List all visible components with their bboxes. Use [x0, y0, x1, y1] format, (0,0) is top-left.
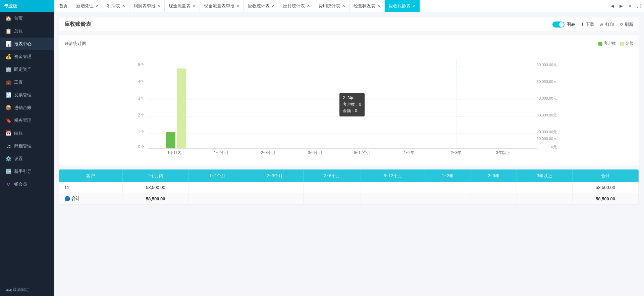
svg-text:40,000.00元: 40,000.00元 — [537, 96, 557, 100]
salary-icon: 💼 — [5, 79, 11, 85]
legend-customers: 客户数 — [598, 41, 616, 46]
tab-profit-close[interactable]: ✕ — [122, 4, 125, 8]
pin-icon: ◀◀ — [5, 288, 11, 292]
cell-m1: 58,500.00 — [122, 182, 189, 193]
tab-profit-quarterly-close[interactable]: ✕ — [157, 4, 160, 8]
sidebar-item-invoice[interactable]: 🧾 发票管理 — [0, 89, 54, 101]
sidebar-logo: 专业版 — [0, 0, 54, 12]
col-y12: 1~2年 — [425, 169, 471, 182]
sidebar-item-assets[interactable]: 🏢 固定资产 — [0, 63, 54, 76]
tab-operation[interactable]: 经营状况表 ✕ — [350, 0, 385, 12]
sidebar-item-settings[interactable]: ⚙️ 设置 — [0, 152, 54, 165]
tab-aging-close[interactable]: ✕ — [413, 4, 416, 8]
sidebar-item-archive[interactable]: 🗂 归档管理 — [0, 140, 54, 152]
col-m1: 1个月内 — [122, 169, 189, 182]
bar-m1-amount — [177, 68, 186, 148]
tab-maximize[interactable]: ⛶ — [635, 2, 643, 10]
chart-toggle-label: 图表 — [567, 21, 575, 28]
total-icon: 🔵 — [64, 196, 70, 201]
cell-total-label: 🔵 合计 — [59, 193, 122, 204]
close-accounts-icon: 📅 — [5, 130, 11, 136]
col-total: 合计 — [572, 169, 638, 182]
sidebar: 专业版 🏠 首页 📋 总账 📊 报表中心 💰 资金管理 🏢 固定资产 💼 工资 … — [0, 0, 54, 296]
chart-container: 账龄统计图 客户数 金额 5个 4个 3个 2个 1个 — [59, 35, 639, 165]
print-button[interactable]: 🖨 打印 — [600, 21, 614, 28]
chart-legend: 客户数 金额 — [598, 41, 633, 46]
tab-payable-stat-close[interactable]: ✕ — [307, 4, 310, 8]
sidebar-item-salary[interactable]: 💼 工资 — [0, 76, 54, 89]
tab-close-all[interactable]: ✕ — [626, 2, 634, 10]
tab-cashflow-quarterly[interactable]: 现金流量表季报 ✕ — [200, 0, 244, 12]
sidebar-item-vip[interactable]: V 畅会员 — [0, 178, 54, 191]
download-button[interactable]: ⬇ 下载 — [581, 21, 594, 28]
header-actions: 图表 ⬇ 下载 🖨 打印 ↺ 刷新 — [552, 21, 633, 28]
svg-text:0元: 0元 — [551, 145, 557, 149]
cell-y3plus — [517, 182, 572, 193]
cell-y12 — [425, 182, 471, 193]
tab-operation-close[interactable]: ✕ — [377, 4, 380, 8]
tab-aging[interactable]: 应收账龄表 ✕ — [385, 0, 420, 12]
total-y3plus — [517, 193, 572, 205]
cell-m12 — [189, 182, 246, 193]
cell-customer: 11 — [59, 182, 122, 193]
svg-text:6~12个月: 6~12个月 — [354, 150, 371, 155]
total-m1: 58,500.00 — [122, 193, 189, 205]
refresh-button[interactable]: ↺ 刷新 — [620, 21, 633, 28]
total-m23 — [246, 193, 304, 205]
tab-cashflow-quarterly-close[interactable]: ✕ — [236, 4, 239, 8]
tab-cashflow[interactable]: 现金流量表 ✕ — [165, 0, 200, 12]
tab-home[interactable]: 首页 — [55, 0, 72, 12]
tab-scroll-left[interactable]: ◀ — [608, 2, 616, 10]
tab-receivable-stat[interactable]: 应收统计表 ✕ — [244, 0, 279, 12]
col-customer: 客户 — [59, 169, 122, 182]
tab-expense-stat[interactable]: 费用统计表 ✕ — [314, 0, 350, 12]
sidebar-item-sales[interactable]: 📦 进销台账 — [0, 101, 54, 114]
main-content: 首页 新增凭证 ✕ 利润表 ✕ 利润表季报 ✕ 现金流量表 ✕ 现金流量表季报 … — [54, 0, 644, 296]
tab-cashflow-close[interactable]: ✕ — [193, 4, 196, 8]
content-area: 应收账龄表 图表 ⬇ 下载 🖨 打印 ↺ 刷新 — [54, 12, 644, 296]
tab-expense-stat-close[interactable]: ✕ — [342, 4, 345, 8]
sidebar-item-tax[interactable]: 🔖 税务管理 — [0, 114, 54, 127]
svg-text:1个: 1个 — [138, 130, 144, 134]
table-row: 11 58,500.00 58,500.00 — [59, 182, 639, 193]
total-y12 — [425, 193, 471, 205]
sales-icon: 📦 — [5, 105, 11, 111]
sidebar-item-funds[interactable]: 💰 资金管理 — [0, 50, 54, 63]
table-total-row: 🔵 合计 58,500.00 58,500.00 — [59, 193, 639, 205]
tab-scroll-right[interactable]: ▶ — [617, 2, 625, 10]
page-header: 应收账龄表 图表 ⬇ 下载 🖨 打印 ↺ 刷新 — [59, 17, 639, 31]
cell-y23 — [471, 182, 517, 193]
col-m36: 3~6个月 — [304, 169, 361, 182]
tab-profit-quarterly[interactable]: 利润表季报 ✕ — [129, 0, 165, 12]
sidebar-item-home[interactable]: 🏠 首页 — [0, 12, 54, 25]
tab-voucher[interactable]: 新增凭证 ✕ — [72, 0, 103, 12]
assets-icon: 🏢 — [5, 66, 11, 72]
legend-amount-dot — [620, 42, 624, 46]
ledger-icon: 📋 — [5, 28, 11, 34]
svg-text:2个: 2个 — [138, 113, 144, 117]
chart-svg-wrap: 5个 4个 3个 2个 1个 0个 60,000.00元 50,000.00元 … — [64, 49, 633, 160]
tab-voucher-close[interactable]: ✕ — [96, 4, 99, 8]
sidebar-item-guide[interactable]: 🆕 新手引导 — [0, 165, 54, 178]
tab-bar: 首页 新增凭证 ✕ 利润表 ✕ 利润表季报 ✕ 现金流量表 ✕ 现金流量表季报 … — [54, 0, 644, 12]
download-icon: ⬇ — [581, 22, 584, 27]
chart-title: 账龄统计图 — [64, 41, 633, 47]
sidebar-item-ledger[interactable]: 📋 总账 — [0, 25, 54, 38]
sidebar-pin-toggle[interactable]: ◀◀ 取消固定 — [0, 284, 54, 296]
total-m12 — [189, 193, 246, 205]
guide-icon: 🆕 — [5, 168, 11, 175]
tab-payable-stat[interactable]: 应付统计表 ✕ — [279, 0, 314, 12]
sidebar-item-reports[interactable]: 📊 报表中心 — [0, 38, 54, 50]
cell-m36 — [304, 182, 361, 193]
chart-toggle[interactable] — [552, 21, 565, 28]
tab-nav-buttons: ◀ ▶ ✕ ⛶ — [608, 2, 643, 10]
tab-receivable-stat-close[interactable]: ✕ — [272, 4, 275, 8]
col-m12: 1~2个月 — [189, 169, 246, 182]
svg-text:4个: 4个 — [138, 79, 144, 84]
total-y23 — [471, 193, 517, 205]
home-icon: 🏠 — [5, 15, 11, 21]
tab-profit[interactable]: 利润表 ✕ — [103, 0, 129, 12]
legend-amount: 金额 — [620, 41, 633, 46]
svg-text:0个: 0个 — [138, 145, 144, 149]
sidebar-item-close[interactable]: 📅 结账 — [0, 127, 54, 140]
